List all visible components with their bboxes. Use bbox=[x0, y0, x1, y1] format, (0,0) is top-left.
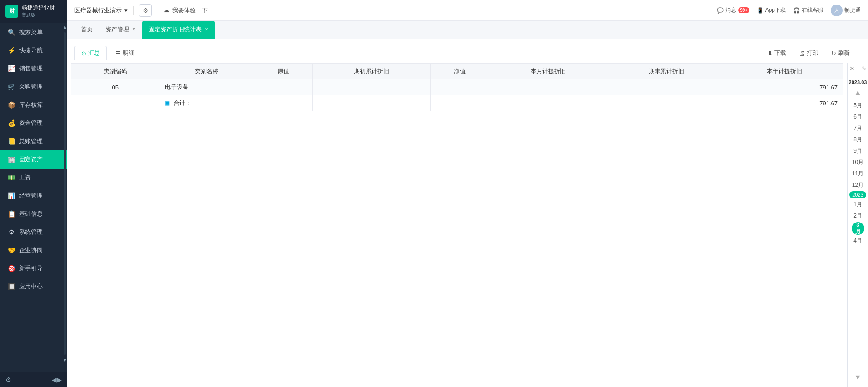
main-area: 医疗器械行业演示 ▾ ⚙ ☁ 我要体验一下 💬 消息 99+ 📱 App下载 🎧… bbox=[67, 0, 868, 387]
settings-footer-icon[interactable]: ⚙ bbox=[5, 376, 11, 383]
assets-icon: 🏢 bbox=[7, 155, 15, 164]
panel-month-11[interactable]: 11月 bbox=[849, 169, 867, 179]
sidebar-item-assets[interactable]: 🏢 固定资产 bbox=[0, 150, 67, 169]
basic-icon: 📋 bbox=[7, 210, 15, 218]
panel-month-list: 5月 6月 7月 8月 9月 10月 11月 12月 2023 1月 2月 3月… bbox=[848, 100, 868, 370]
subtab-detail[interactable]: ☰ 明细 bbox=[109, 46, 141, 60]
experience-button[interactable]: ☁ 我要体验一下 bbox=[159, 5, 212, 16]
refresh-button[interactable]: ↻ 刷新 bbox=[828, 47, 853, 59]
search-icon: 🔍 bbox=[7, 28, 15, 36]
panel-expand-icon[interactable]: ⤡ bbox=[862, 65, 866, 71]
sidebar-item-fund-label: 资金管理 bbox=[19, 119, 43, 127]
subtab-summary[interactable]: ⊙ 汇总 bbox=[74, 46, 107, 60]
sidebar-scroll-area: 🔍 搜索菜单 ⚡ 快捷导航 📈 销售管理 🛒 采购管理 📦 库存核算 💰 资金管… bbox=[0, 23, 67, 372]
print-button[interactable]: 🖨 打印 bbox=[795, 47, 822, 59]
tab-depreciation-table[interactable]: 固定资产折旧统计表 ✕ bbox=[142, 21, 215, 39]
panel-close-icon[interactable]: ✕ bbox=[849, 65, 855, 72]
col-original: 原值 bbox=[254, 64, 312, 79]
download-label: App下载 bbox=[765, 6, 786, 14]
panel-month-8[interactable]: 8月 bbox=[849, 134, 867, 145]
guide-icon: 🎯 bbox=[7, 264, 15, 273]
download-button[interactable]: 📱 App下载 bbox=[757, 6, 786, 14]
company-selector[interactable]: 医疗器械行业演示 ▾ bbox=[74, 6, 128, 15]
col-net: 净值 bbox=[431, 64, 489, 79]
col-name: 类别名称 bbox=[159, 64, 254, 79]
experience-label: 我要体验一下 bbox=[172, 6, 208, 15]
panel-month-1[interactable]: 1月 bbox=[849, 199, 867, 210]
table-row: 05 电子设备 791.67 bbox=[71, 79, 843, 95]
panel-month-2[interactable]: 2月 bbox=[849, 211, 867, 221]
user-menu[interactable]: 人 畅捷通 bbox=[831, 5, 861, 16]
content-area: ⊙ 汇总 ☰ 明细 ⬇ 下载 🖨 打印 ↻ 刷新 bbox=[67, 39, 868, 387]
panel-month-9[interactable]: 9月 bbox=[849, 146, 867, 156]
panel-scroll-up[interactable]: ▲ bbox=[853, 87, 863, 99]
sidebar-item-salary-label: 工资 bbox=[19, 174, 31, 182]
panel-year-2023[interactable]: 2023 bbox=[849, 191, 866, 198]
panel-scroll-down[interactable]: ▼ bbox=[853, 372, 863, 383]
content-main: 类别编码 类别名称 原值 期初累计折旧 净值 本月计提折旧 期末累计折旧 本年计… bbox=[67, 63, 847, 387]
tab-home[interactable]: 首页 bbox=[74, 21, 99, 39]
panel-month-6[interactable]: 6月 bbox=[849, 112, 867, 122]
cell-code: 05 bbox=[71, 79, 159, 95]
sidebar-item-search-label: 搜索菜单 bbox=[19, 28, 43, 36]
cell-name: 电子设备 bbox=[159, 79, 254, 95]
panel-month-12[interactable]: 12月 bbox=[849, 180, 867, 190]
subtab-summary-label: 汇总 bbox=[88, 49, 100, 57]
sidebar-item-basic[interactable]: 📋 基础信息 bbox=[0, 205, 67, 223]
notification-button[interactable]: 💬 消息 99+ bbox=[717, 6, 749, 14]
sidebar-footer: ⚙ ◀▶ bbox=[0, 372, 67, 387]
sidebar-item-apps-label: 应用中心 bbox=[19, 283, 43, 291]
sidebar-item-sales[interactable]: 📈 销售管理 bbox=[0, 60, 67, 78]
sidebar-item-operation-label: 经营管理 bbox=[19, 192, 43, 200]
sidebar-item-fund[interactable]: 💰 资金管理 bbox=[0, 114, 67, 132]
col-period-dep: 期末累计折旧 bbox=[607, 64, 725, 79]
refresh-label: 刷新 bbox=[838, 49, 850, 57]
subtabs: ⊙ 汇总 ☰ 明细 ⬇ 下载 🖨 打印 ↻ 刷新 bbox=[67, 39, 868, 63]
collapse-icon[interactable]: ◀▶ bbox=[52, 376, 62, 383]
sidebar-item-salary[interactable]: 💵 工资 bbox=[0, 169, 67, 187]
toolbar: ⬇ 下载 🖨 打印 ↻ 刷新 bbox=[757, 44, 861, 63]
sidebar-item-inventory-label: 库存核算 bbox=[19, 101, 43, 109]
topbar-settings-button[interactable]: ⚙ bbox=[139, 4, 152, 17]
tab-asset-management-close[interactable]: ✕ bbox=[132, 26, 136, 32]
subtotal-net bbox=[431, 95, 489, 111]
sidebar-item-guide-label: 新手引导 bbox=[19, 264, 43, 273]
logo-sub: 普及版 bbox=[22, 12, 55, 18]
sidebar-item-collab[interactable]: 🤝 企业协同 bbox=[0, 241, 67, 259]
user-avatar: 人 bbox=[831, 5, 843, 16]
sidebar-item-search[interactable]: 🔍 搜索菜单 bbox=[0, 23, 67, 41]
panel-month-10[interactable]: 10月 bbox=[849, 157, 867, 168]
subtotal-icon: ▣ bbox=[165, 100, 170, 106]
service-icon: 🎧 bbox=[793, 7, 800, 14]
sidebar-scroll-down[interactable]: ▼ bbox=[63, 356, 67, 364]
panel-month-5[interactable]: 5月 bbox=[849, 100, 867, 111]
print-label: 打印 bbox=[807, 49, 818, 57]
tab-depreciation-close[interactable]: ✕ bbox=[204, 26, 208, 32]
sidebar-item-nav[interactable]: ⚡ 快捷导航 bbox=[0, 41, 67, 60]
sidebar-item-inventory[interactable]: 📦 库存核算 bbox=[0, 96, 67, 114]
service-button[interactable]: 🎧 在线客服 bbox=[793, 6, 823, 14]
sidebar-scroll-up[interactable]: ▲ bbox=[63, 23, 67, 31]
salary-icon: 💵 bbox=[7, 174, 15, 182]
sidebar-item-guide[interactable]: 🎯 新手引导 bbox=[0, 259, 67, 278]
sidebar-item-operation[interactable]: 📊 经营管理 bbox=[0, 187, 67, 205]
sidebar-item-purchase[interactable]: 🛒 采购管理 bbox=[0, 78, 67, 96]
tab-depreciation-label: 固定资产折旧统计表 bbox=[149, 25, 202, 34]
tab-asset-management-label: 资产管理 bbox=[105, 25, 129, 34]
sidebar-item-system[interactable]: ⚙ 系统管理 bbox=[0, 223, 67, 241]
sidebar-item-nav-label: 快捷导航 bbox=[19, 46, 43, 55]
company-name: 医疗器械行业演示 bbox=[74, 6, 122, 15]
sidebar-item-apps[interactable]: 🔲 应用中心 bbox=[0, 278, 67, 296]
panel-month-3-active[interactable]: 3月 bbox=[852, 222, 864, 235]
subtotal-row: ▣ 合计： 791.67 bbox=[71, 95, 843, 111]
sidebar-item-ledger[interactable]: 📒 总账管理 bbox=[0, 132, 67, 150]
subtab-detail-label: 明细 bbox=[123, 49, 134, 57]
panel-month-7[interactable]: 7月 bbox=[849, 123, 867, 134]
logo-text: 畅捷通好业财 bbox=[22, 5, 55, 12]
sidebar-item-basic-label: 基础信息 bbox=[19, 210, 43, 218]
download-toolbar-button[interactable]: ⬇ 下载 bbox=[764, 47, 790, 59]
tab-asset-management[interactable]: 资产管理 ✕ bbox=[99, 21, 142, 39]
panel-year-label: 2023.03 bbox=[849, 79, 867, 85]
tab-home-label: 首页 bbox=[81, 25, 93, 34]
panel-month-4[interactable]: 4月 bbox=[849, 236, 867, 246]
